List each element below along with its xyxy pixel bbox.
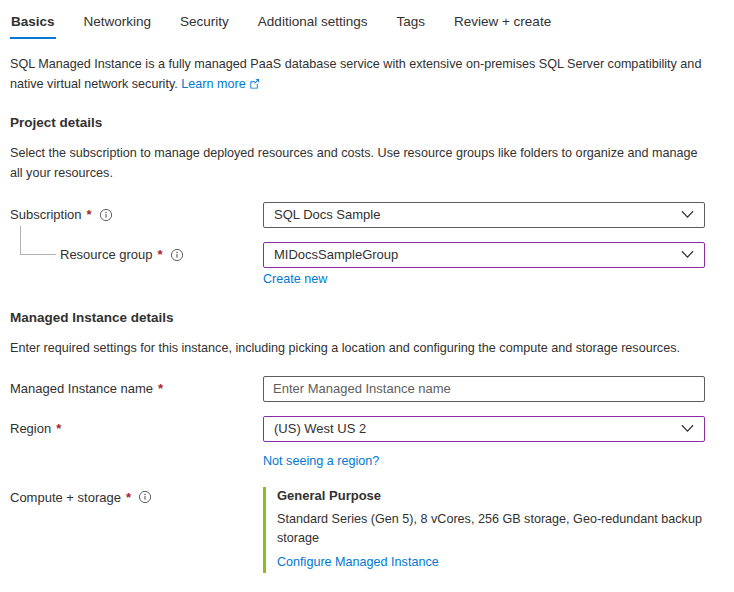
subscription-row: Subscription * SQL Docs Sample bbox=[10, 202, 720, 228]
instance-name-row: Managed Instance name * bbox=[10, 376, 720, 402]
compute-storage-control: General Purpose Standard Series (Gen 5),… bbox=[263, 487, 705, 573]
create-new-link[interactable]: Create new bbox=[263, 272, 327, 286]
chevron-down-icon bbox=[681, 207, 694, 222]
required-asterisk: * bbox=[87, 207, 92, 222]
tab-security[interactable]: Security bbox=[179, 10, 230, 39]
tab-basics[interactable]: Basics bbox=[10, 10, 56, 39]
info-icon[interactable] bbox=[138, 490, 152, 504]
required-asterisk: * bbox=[158, 247, 163, 262]
subscription-label: Subscription * bbox=[10, 207, 263, 222]
resource-group-row: Resource group * MIDocsSampleGroup bbox=[10, 242, 720, 268]
project-details-heading: Project details bbox=[10, 115, 720, 130]
instance-details-description: Enter required settings for this instanc… bbox=[10, 338, 706, 358]
region-control: (US) West US 2 bbox=[263, 416, 705, 442]
chevron-down-icon bbox=[681, 247, 694, 262]
subscription-control: SQL Docs Sample bbox=[263, 202, 705, 228]
compute-storage-label: Compute + storage * bbox=[10, 487, 263, 505]
required-asterisk: * bbox=[56, 421, 61, 436]
instance-name-label-text: Managed Instance name bbox=[10, 381, 153, 396]
instance-details-heading: Managed Instance details bbox=[10, 310, 720, 325]
subscription-value: SQL Docs Sample bbox=[274, 207, 380, 222]
tree-connector bbox=[20, 226, 56, 255]
region-label-text: Region bbox=[10, 421, 51, 436]
info-icon[interactable] bbox=[170, 248, 184, 262]
region-dropdown[interactable]: (US) West US 2 bbox=[263, 416, 705, 442]
selected-sku-block: General Purpose Standard Series (Gen 5),… bbox=[263, 487, 705, 573]
region-row: Region * (US) West US 2 bbox=[10, 416, 720, 442]
tab-strip: Basics Networking Security Additional se… bbox=[10, 10, 720, 39]
service-description-text: SQL Managed Instance is a fully managed … bbox=[10, 57, 701, 91]
compute-storage-label-text: Compute + storage bbox=[10, 490, 121, 505]
configure-managed-instance-link[interactable]: Configure Managed Instance bbox=[277, 555, 439, 569]
region-help-row: Not seeing a region? bbox=[263, 454, 720, 468]
create-new-row: Create new bbox=[263, 272, 720, 286]
region-value: (US) West US 2 bbox=[274, 421, 366, 436]
subscription-dropdown[interactable]: SQL Docs Sample bbox=[263, 202, 705, 228]
tab-additional-settings[interactable]: Additional settings bbox=[257, 10, 369, 39]
info-icon[interactable] bbox=[99, 208, 113, 222]
subscription-label-text: Subscription bbox=[10, 207, 82, 222]
external-link-icon bbox=[249, 78, 260, 92]
instance-name-input[interactable] bbox=[263, 376, 705, 402]
required-asterisk: * bbox=[158, 381, 163, 396]
service-description: SQL Managed Instance is a fully managed … bbox=[10, 54, 710, 95]
tab-tags[interactable]: Tags bbox=[395, 10, 426, 39]
resource-group-label-text: Resource group bbox=[60, 247, 153, 262]
instance-details-form: Managed Instance name * Region * (US) We… bbox=[10, 376, 720, 573]
project-details-form: Subscription * SQL Docs Sample Resource … bbox=[10, 202, 720, 286]
region-label: Region * bbox=[10, 421, 263, 436]
resource-group-control: MIDocsSampleGroup bbox=[263, 242, 705, 268]
not-seeing-region-link[interactable]: Not seeing a region? bbox=[263, 454, 379, 468]
sku-tier: General Purpose bbox=[277, 488, 705, 503]
sku-description: Standard Series (Gen 5), 8 vCores, 256 G… bbox=[277, 510, 705, 549]
instance-name-control bbox=[263, 376, 705, 402]
resource-group-dropdown[interactable]: MIDocsSampleGroup bbox=[263, 242, 705, 268]
project-details-description: Select the subscription to manage deploy… bbox=[10, 143, 706, 183]
tab-networking[interactable]: Networking bbox=[83, 10, 153, 39]
resource-group-value: MIDocsSampleGroup bbox=[274, 247, 398, 262]
learn-more-link[interactable]: Learn more bbox=[181, 77, 245, 91]
compute-storage-row: Compute + storage * General Purpose Stan… bbox=[10, 487, 720, 573]
create-sql-managed-instance-basics-page: Basics Networking Security Additional se… bbox=[0, 0, 734, 573]
tab-review-create[interactable]: Review + create bbox=[453, 10, 552, 39]
chevron-down-icon bbox=[681, 421, 694, 436]
instance-name-label: Managed Instance name * bbox=[10, 381, 263, 396]
required-asterisk: * bbox=[126, 490, 131, 505]
